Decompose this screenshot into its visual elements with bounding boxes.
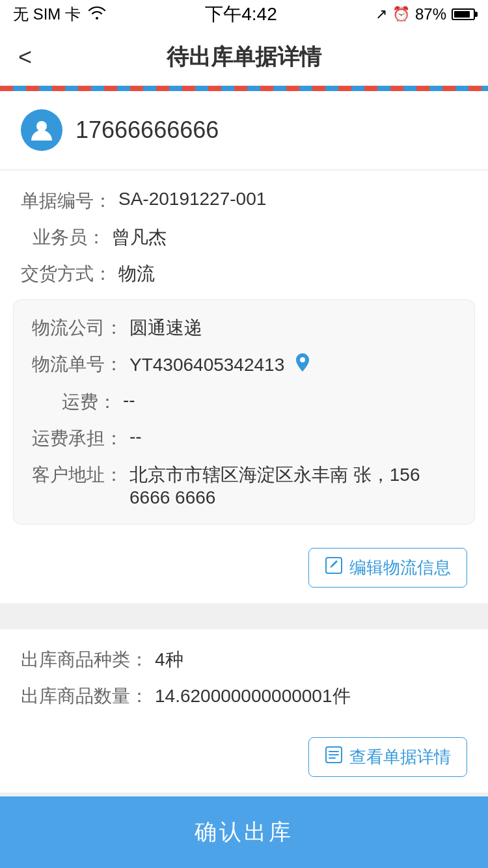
carrier-text: 无 SIM 卡 bbox=[13, 4, 81, 25]
logistics-tracking-value: YT4306405342413 bbox=[129, 352, 456, 378]
alarm-icon: ⏰ bbox=[392, 6, 410, 23]
edit-btn-label: 编辑物流信息 bbox=[349, 556, 451, 579]
confirm-btn-label: 确认出库 bbox=[195, 817, 293, 847]
freight-row: 运费： -- bbox=[32, 390, 456, 414]
goods-types-label: 出库商品种类： bbox=[21, 647, 148, 672]
edit-icon bbox=[325, 556, 343, 579]
phone-number: 17666666666 bbox=[75, 116, 219, 144]
avatar bbox=[21, 109, 62, 151]
goods-quantity-value: 14.620000000000001件 bbox=[155, 684, 467, 709]
salesman-value: 曾凡杰 bbox=[112, 225, 467, 250]
edit-logistics-button[interactable]: 编辑物流信息 bbox=[308, 548, 467, 588]
address-label: 客户地址： bbox=[32, 463, 123, 487]
logistics-card: 物流公司： 圆通速递 物流单号： YT4306405342413 运费： -- … bbox=[13, 299, 475, 524]
freight-label: 运费： bbox=[32, 390, 116, 414]
logistics-company-value: 圆通速递 bbox=[129, 316, 456, 340]
deco-line bbox=[0, 86, 488, 91]
delivery-row: 交货方式： 物流 bbox=[21, 262, 467, 286]
salesman-row: 业务员： 曾凡杰 bbox=[21, 225, 467, 250]
svg-point-0 bbox=[36, 121, 47, 131]
view-detail-button[interactable]: 查看单据详情 bbox=[308, 737, 467, 777]
divider-1 bbox=[0, 616, 488, 629]
freight-bear-row: 运费承担： -- bbox=[32, 426, 456, 451]
goods-section: 出库商品种类： 4种 出库商品数量： 14.620000000000001件 查… bbox=[0, 629, 488, 793]
nav-bar: < 待出库单据详情 bbox=[0, 29, 488, 86]
edit-btn-row: 编辑物流信息 bbox=[0, 537, 488, 603]
doc-no-row: 单据编号： SA-20191227-001 bbox=[21, 189, 467, 213]
page-title: 待出库单据详情 bbox=[167, 42, 321, 72]
logistics-tracking-label: 物流单号： bbox=[32, 352, 123, 377]
address-row: 客户地址： 北京市市辖区海淀区永丰南 张，156 6666 6666 bbox=[32, 463, 456, 508]
status-left: 无 SIM 卡 bbox=[13, 4, 107, 25]
freight-bear-value: -- bbox=[129, 426, 456, 447]
logistics-company-label: 物流公司： bbox=[32, 316, 123, 340]
goods-quantity-row: 出库商品数量： 14.620000000000001件 bbox=[21, 684, 467, 709]
detail-icon bbox=[325, 746, 343, 768]
address-value: 北京市市辖区海淀区永丰南 张，156 6666 6666 bbox=[129, 463, 456, 508]
logistics-company-row: 物流公司： 圆通速递 bbox=[32, 316, 456, 340]
freight-value: -- bbox=[123, 390, 456, 411]
logistics-tracking-row: 物流单号： YT4306405342413 bbox=[32, 352, 456, 378]
tracking-location-icon[interactable] bbox=[292, 352, 313, 378]
freight-bear-label: 运费承担： bbox=[32, 426, 123, 451]
goods-quantity-label: 出库商品数量： bbox=[21, 684, 148, 709]
wifi-icon bbox=[87, 5, 107, 23]
back-button[interactable]: < bbox=[18, 44, 32, 71]
doc-no-value: SA-20191227-001 bbox=[118, 189, 467, 210]
battery-percent: 87% bbox=[415, 5, 446, 23]
doc-no-label: 单据编号： bbox=[21, 189, 112, 213]
delivery-label: 交货方式： bbox=[21, 262, 112, 286]
delivery-value: 物流 bbox=[118, 262, 467, 286]
salesman-label: 业务员： bbox=[21, 225, 105, 250]
goods-types-value: 4种 bbox=[155, 647, 467, 672]
basic-info-section: 单据编号： SA-20191227-001 业务员： 曾凡杰 交货方式： 物流 … bbox=[0, 170, 488, 603]
location-status-icon: ↗ bbox=[375, 6, 387, 23]
goods-types-row: 出库商品种类： 4种 bbox=[21, 647, 467, 672]
detail-btn-row: 查看单据详情 bbox=[0, 727, 488, 793]
detail-btn-label: 查看单据详情 bbox=[349, 746, 451, 768]
confirm-btn-bar[interactable]: 确认出库 bbox=[0, 796, 488, 868]
status-time: 下午4:42 bbox=[205, 2, 277, 27]
battery-icon bbox=[452, 8, 475, 20]
status-right: ↗ ⏰ 87% bbox=[375, 5, 475, 23]
header-card: 17666666666 bbox=[0, 91, 488, 169]
status-bar: 无 SIM 卡 下午4:42 ↗ ⏰ 87% bbox=[0, 0, 488, 29]
